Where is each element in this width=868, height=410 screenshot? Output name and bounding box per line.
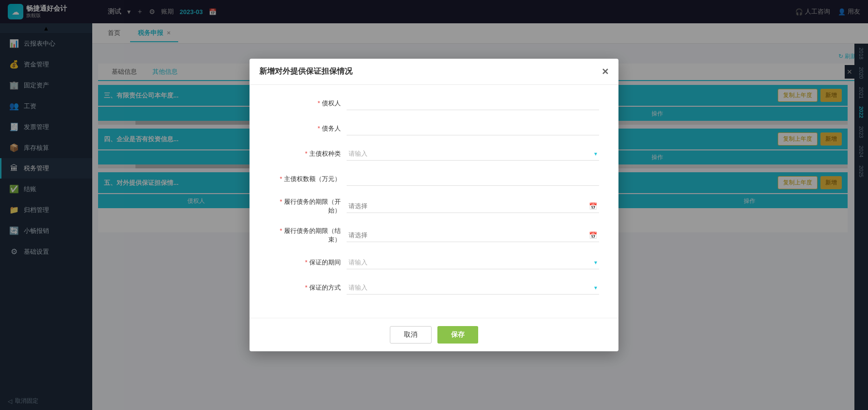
label-creditor: * 债权人 [269,99,347,108]
date-wrap-end: 📅 [347,229,599,242]
cancel-button[interactable]: 取消 [390,326,432,344]
date-input-end[interactable] [347,229,599,242]
dialog-body: * 债权人 * 债务人 * 主债权种类 [250,85,618,318]
form-row-debtor: * 债务人 [269,122,599,135]
input-claim-amount[interactable] [347,172,599,186]
dialog-close-btn[interactable]: ✕ [601,67,609,76]
date-wrap-start: 📅 [347,199,599,213]
add-guarantee-dialog: 新增对外提供保证担保情况 ✕ * 债权人 * 债务人 [250,59,618,351]
date-input-start[interactable] [347,199,599,213]
input-creditor[interactable] [347,97,599,110]
dialog-footer: 取消 保存 [250,318,618,351]
form-row-guarantee-period: * 保证的期间 请输入 ▾ [269,256,599,269]
label-guarantee-period: * 保证的期间 [269,258,347,267]
form-row-creditor: * 债权人 [269,97,599,110]
label-debtor: * 债务人 [269,124,347,133]
dialog-overlay: 新增对外提供保证担保情况 ✕ * 债权人 * 债务人 [0,0,868,410]
dialog-header: 新增对外提供保证担保情况 ✕ [250,59,618,85]
save-button[interactable]: 保存 [437,326,478,344]
select-wrap-guarantee-method: 请输入 ▾ [347,281,599,295]
label-claim-amount: * 主债权数额（万元） [269,175,347,183]
select-guarantee-period[interactable]: 请输入 [347,256,599,269]
label-period-end: * 履行债务的期限（结束） [269,227,347,244]
label-period-start: * 履行债务的期限（开始） [269,197,347,215]
select-wrap-guarantee-period: 请输入 ▾ [347,256,599,269]
label-claim-type: * 主债权种类 [269,149,347,158]
input-debtor[interactable] [347,122,599,135]
dialog-title: 新增对外提供保证担保情况 [259,66,352,77]
form-row-claim-amount: * 主债权数额（万元） [269,172,599,186]
select-wrap-claim-type: 请输入 ▾ [347,147,599,161]
select-guarantee-method[interactable]: 请输入 [347,281,599,295]
form-row-period-end: * 履行债务的期限（结束） 📅 [269,227,599,244]
form-row-period-start: * 履行债务的期限（开始） 📅 [269,197,599,215]
label-guarantee-method: * 保证的方式 [269,283,347,292]
select-claim-type[interactable]: 请输入 [347,147,599,161]
form-row-claim-type: * 主债权种类 请输入 ▾ [269,147,599,161]
form-row-guarantee-method: * 保证的方式 请输入 ▾ [269,281,599,295]
